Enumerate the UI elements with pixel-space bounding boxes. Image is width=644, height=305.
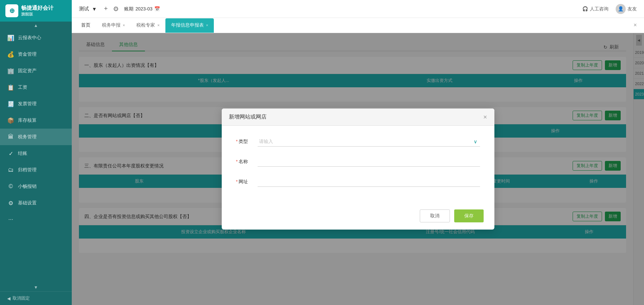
sidebar-item-basic-settings[interactable]: ⚙ 基础设置 — [0, 195, 72, 211]
url-input[interactable] — [258, 177, 480, 187]
fixed-assets-icon: 🏢 — [7, 67, 14, 74]
sidebar-item-fixed-assets[interactable]: 🏢 固定资产 — [0, 63, 72, 79]
dialog-overlay: 新增网站或网店 × *类型 ∨ — [72, 33, 644, 305]
sidebar-item-invoice-mgmt[interactable]: 🧾 发票管理 — [0, 96, 72, 112]
user-label: 友友 — [627, 6, 637, 12]
dialog-title: 新增网站或网店 — [229, 114, 267, 120]
dialog-add-website: 新增网站或网店 × *类型 ∨ — [222, 108, 494, 230]
tab-annual-report-label: 年报信息申报表 — [171, 22, 204, 28]
topbar-period: 账期 2023-03 📅 — [124, 6, 160, 12]
form-row-name: *名称 — [236, 157, 480, 167]
form-label-name: *名称 — [236, 158, 258, 165]
sidebar-cancel-fixed[interactable]: ◀ 取消固定 — [0, 291, 72, 305]
logo-text-wrap: 畅捷通好会计 旗舰版 — [21, 5, 53, 17]
tab-tax-report[interactable]: 税务申报 × — [96, 18, 131, 33]
user-menu[interactable]: 👤 友友 — [616, 4, 637, 14]
tab-annual-report-close[interactable]: × — [206, 23, 208, 27]
sidebar: ⊕ 畅捷通好会计 旗舰版 ▲ 📊 云报表中心 💰 资金管理 🏢 固定资产 📋 工… — [0, 0, 72, 305]
form-label-url: *网址 — [236, 179, 258, 185]
tab-tax-report-close[interactable]: × — [123, 23, 125, 27]
calendar-icon[interactable]: 📅 — [154, 6, 160, 11]
content-area: 基础信息 其他信息 ↻ 刷新 一、股东（发起人）出资情况【有】 复制上年度 — [72, 33, 644, 305]
company-name: 测试 — [79, 6, 89, 12]
sidebar-item-more[interactable]: ··· — [0, 211, 72, 228]
tax-mgmt-icon: 🏛 — [7, 133, 14, 140]
logo-subtitle: 旗舰版 — [21, 11, 53, 17]
topbar: 测试 ▼ + ⚙ 账期 2023-03 📅 🎧 人工咨询 👤 友友 — [72, 0, 644, 18]
sidebar-label-invoice-mgmt: 发票管理 — [18, 101, 37, 107]
avatar: 👤 — [616, 4, 626, 14]
form-row-url: *网址 — [236, 177, 480, 187]
cancel-fixed-icon: ◀ — [7, 296, 10, 301]
fund-mgmt-icon: 💰 — [7, 51, 14, 58]
sidebar-menu: 📊 云报表中心 💰 资金管理 🏢 固定资产 📋 工资 🧾 发票管理 📦 库存核算… — [0, 29, 72, 283]
sidebar-item-payroll[interactable]: 📋 工资 — [0, 79, 72, 96]
required-marker-type: * — [236, 139, 238, 144]
sidebar-label-cloud-report: 云报表中心 — [18, 34, 41, 41]
sidebar-item-archive-mgmt[interactable]: 🗂 归档管理 — [0, 162, 72, 178]
topbar-actions: + ⚙ — [104, 5, 119, 13]
company-selector[interactable]: 测试 ▼ — [79, 6, 97, 12]
sidebar-item-xiao-chang[interactable]: © 小畅报销 — [0, 178, 72, 195]
sidebar-item-tax-mgmt[interactable]: 🏛 税务管理 — [0, 129, 72, 145]
form-label-type: *类型 — [236, 138, 258, 145]
tab-tax-report-label: 税务申报 — [102, 22, 121, 28]
save-button[interactable]: 保存 — [454, 209, 484, 222]
tab-home-label: 首页 — [81, 22, 90, 28]
sidebar-scroll-down[interactable]: ▼ — [0, 283, 72, 291]
sidebar-label-payroll: 工资 — [18, 84, 27, 91]
required-marker-name: * — [236, 159, 238, 164]
more-icon: ··· — [7, 216, 14, 223]
cancel-button[interactable]: 取消 — [420, 209, 450, 222]
period-label: 账期 — [124, 6, 133, 12]
dialog-footer: 取消 保存 — [222, 204, 494, 230]
dialog-body: *类型 ∨ *名称 — [222, 126, 494, 204]
dialog-close-btn[interactable]: × — [483, 114, 487, 120]
dialog-header: 新增网站或网店 × — [222, 108, 494, 126]
support-icon: 🎧 — [582, 6, 588, 11]
required-marker-url: * — [236, 179, 238, 184]
support-label: 人工咨询 — [590, 6, 608, 12]
form-input-wrap-type: ∨ — [258, 137, 480, 147]
invoice-mgmt-icon: 🧾 — [7, 100, 14, 107]
form-row-type: *类型 ∨ — [236, 137, 480, 147]
xiao-chang-icon: © — [7, 183, 14, 190]
tab-tax-inspect[interactable]: 税检专家 × — [131, 18, 165, 33]
sidebar-item-fund-mgmt[interactable]: 💰 资金管理 — [0, 46, 72, 63]
settlement-icon: ✓ — [7, 150, 14, 157]
period-value: 2023-03 — [135, 6, 152, 11]
name-input[interactable] — [258, 157, 480, 167]
settings-button[interactable]: ⚙ — [113, 5, 119, 13]
archive-mgmt-icon: 🗂 — [7, 166, 14, 174]
sidebar-label-fixed-assets: 固定资产 — [18, 68, 37, 74]
basic-settings-icon: ⚙ — [7, 199, 14, 207]
payroll-icon: 📋 — [7, 84, 14, 91]
sidebar-label-settlement: 结账 — [18, 150, 27, 157]
sidebar-label-basic-settings: 基础设置 — [18, 200, 37, 206]
company-dropdown-icon: ▼ — [92, 6, 97, 12]
global-tab-close[interactable]: × — [630, 18, 640, 33]
tab-tax-inspect-label: 税检专家 — [136, 22, 155, 28]
tab-annual-report[interactable]: 年报信息申报表 × — [165, 18, 214, 33]
sidebar-item-inventory[interactable]: 📦 库存核算 — [0, 112, 72, 129]
topbar-right: 🎧 人工咨询 👤 友友 — [582, 4, 637, 14]
tab-tax-inspect-close[interactable]: × — [157, 23, 159, 27]
form-input-wrap-url — [258, 177, 480, 187]
sidebar-item-cloud-report[interactable]: 📊 云报表中心 — [0, 29, 72, 46]
support-btn[interactable]: 🎧 人工咨询 — [582, 6, 608, 12]
main-area: 测试 ▼ + ⚙ 账期 2023-03 📅 🎧 人工咨询 👤 友友 首页 — [72, 0, 644, 305]
sidebar-item-settlement[interactable]: ✓ 结账 — [0, 145, 72, 162]
add-button[interactable]: + — [104, 5, 108, 13]
sidebar-label-archive-mgmt: 归档管理 — [18, 167, 37, 173]
type-input[interactable] — [258, 137, 480, 147]
cancel-fixed-label: 取消固定 — [13, 295, 30, 301]
sidebar-scroll-up[interactable]: ▲ — [0, 22, 72, 29]
logo-title: 畅捷通好会计 — [21, 5, 53, 11]
app-logo: ⊕ 畅捷通好会计 旗舰版 — [0, 0, 72, 22]
inventory-icon: 📦 — [7, 117, 14, 124]
cloud-report-icon: 📊 — [7, 34, 14, 41]
tab-home[interactable]: 首页 — [75, 18, 96, 33]
sidebar-label-tax-mgmt: 税务管理 — [18, 134, 37, 140]
logo-icon: ⊕ — [5, 4, 18, 17]
sidebar-label-fund-mgmt: 资金管理 — [18, 51, 37, 57]
